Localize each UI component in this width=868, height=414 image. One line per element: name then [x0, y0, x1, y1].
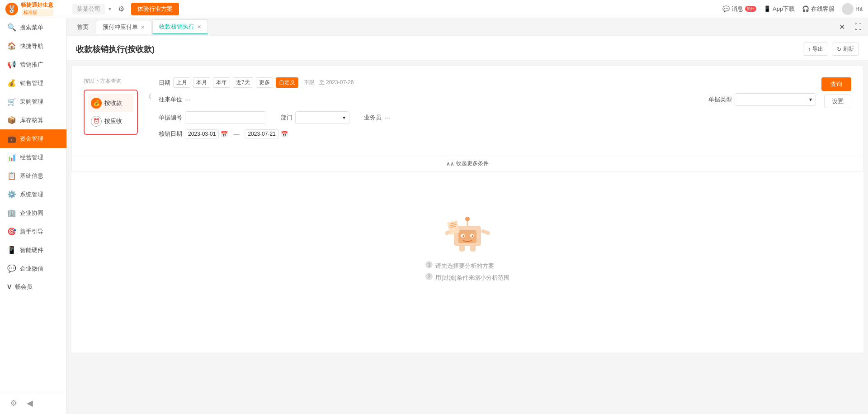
vip-icon: V	[7, 283, 11, 290]
sidebar-item-search-menu[interactable]: 🔍 搜索菜单	[0, 18, 66, 37]
svg-point-4	[462, 235, 464, 237]
sidebar-item-inventory[interactable]: 📦 库存核算	[0, 111, 66, 129]
sidebar-item-label: 新手引导	[20, 228, 43, 236]
sidebar-item-system[interactable]: ⚙️ 系统管理	[0, 185, 66, 204]
sidebar-item-newbie[interactable]: 🎯 新手引导	[0, 222, 66, 241]
sidebar-item-vip[interactable]: V 畅会员	[0, 278, 66, 296]
date-this-month-btn[interactable]: 本月	[193, 77, 210, 88]
sidebar-item-basic-info[interactable]: 📋 基础信息	[0, 167, 66, 185]
filter-container: 按以下方案查询 💰 按收款 ⏰ 按应收 《	[71, 65, 863, 171]
sidebar-item-marketing[interactable]: 📢 营销推广	[0, 55, 66, 74]
date-7days-btn[interactable]: 近7天	[233, 77, 253, 88]
sidebar-item-sales[interactable]: 💰 销售管理	[0, 74, 66, 92]
sidebar-item-label: 营销推广	[20, 61, 43, 69]
sidebar-item-smart-hw[interactable]: 📱 智能硬件	[0, 241, 66, 259]
empty-state: 1 请先选择要分析的方案 2 用[过滤]条件来缩小分析范围	[71, 171, 863, 320]
sidebar-item-label: 基础信息	[20, 172, 43, 180]
app-download-btn[interactable]: 📱 App下载	[764, 5, 795, 13]
date-this-year-btn[interactable]: 本年	[213, 77, 230, 88]
search-icon: 🔍	[7, 23, 16, 32]
filter-option-by-receipt[interactable]: 💰 按收款	[88, 94, 133, 112]
date-range-field: 不限 至 2023-07-26	[304, 79, 356, 86]
query-button[interactable]: 查询	[821, 77, 851, 91]
sidebar-item-wechat[interactable]: 💬 企业微信	[0, 259, 66, 278]
sidebar-item-label: 系统管理	[20, 190, 43, 199]
empty-svg	[440, 208, 495, 253]
tab-expand-btn[interactable]: ⛶	[852, 21, 864, 33]
sidebar-item-purchase[interactable]: 🛒 采购管理	[0, 92, 66, 111]
newbie-icon: 🎯	[7, 227, 16, 236]
collapse-more-btn[interactable]: ∧∧ 收起更多条件	[72, 156, 863, 171]
calendar-start-icon[interactable]: 📅	[221, 131, 228, 138]
filter-fields: 日期 上月 本月 本年 近7天 更多 自定义	[159, 77, 816, 144]
settings-icon[interactable]: ⚙	[115, 3, 127, 15]
sidebar-settings-btn[interactable]: ⚙	[7, 397, 20, 409]
verify-date-end: 2023-07-21 📅	[245, 129, 288, 138]
sidebar-item-label: 采购管理	[20, 98, 43, 106]
sidebar-collapse-btn[interactable]: ◀	[24, 397, 36, 409]
collapse-icon: ∧∧	[446, 161, 454, 167]
tab-close-prepay[interactable]: ✕	[141, 24, 145, 30]
filter-sidebar-title: 按以下方案查询	[84, 77, 138, 85]
filter-collapse-btn[interactable]: 《	[143, 91, 153, 103]
date-label: 日期	[159, 79, 170, 87]
sidebar-item-label: 企业微信	[20, 265, 43, 273]
svg-point-11	[465, 217, 470, 221]
message-btn[interactable]: 💬 消息 99+	[722, 5, 756, 13]
bill-no-field: 单据编号	[159, 111, 266, 124]
export-button[interactable]: ↑ 导出	[803, 43, 828, 56]
online-service-btn[interactable]: 🎧 在线客服	[802, 5, 835, 13]
svg-rect-8	[459, 245, 465, 252]
counterpart-dots[interactable]: ···	[185, 95, 190, 105]
date-last-month-btn[interactable]: 上月	[173, 77, 190, 88]
capital-icon: 💼	[7, 134, 16, 143]
wechat-icon: 💬	[7, 264, 16, 273]
verify-date-row: 核销日期 2023-03-01 📅 — 2023-07-21 📅	[159, 129, 816, 138]
date-custom-btn[interactable]: 自定义	[276, 77, 298, 88]
dept-field: 部门 ▾	[281, 111, 349, 124]
tab-home[interactable]: 首页	[71, 20, 95, 34]
sidebar-item-quick-nav[interactable]: 🏠 快捷导航	[0, 37, 66, 55]
user-area[interactable]: Rit	[842, 3, 863, 15]
calendar-end-icon[interactable]: 📅	[281, 131, 288, 138]
solution-button[interactable]: 体验行业方案	[131, 3, 179, 15]
billno-row: 单据编号 部门 ▾ 业务员	[159, 111, 816, 124]
sidebar-item-label: 畅会员	[15, 283, 33, 291]
bill-type-label: 单据类型	[708, 95, 732, 104]
page-actions: ↑ 导出 ↻ 刷新	[803, 43, 859, 56]
counterpart-row: 往来单位 ··· 单据类型 ▾	[159, 93, 816, 106]
bill-no-input[interactable]	[185, 111, 266, 124]
avatar	[842, 3, 854, 15]
tab-close-receipt[interactable]: ✕	[197, 24, 201, 30]
headset-icon: 🎧	[802, 5, 809, 12]
top-bar-middle: 某某公司 ▾ ⚙ 体验行业方案	[72, 3, 722, 15]
chevron-down-icon[interactable]: ▾	[108, 6, 111, 12]
tab-prepay[interactable]: 预付冲应付单 ✕	[96, 20, 151, 34]
sidebar-item-operation[interactable]: 📊 经营管理	[0, 148, 66, 167]
tab-bar: 首页 预付冲应付单 ✕ 收款核销执行 ✕ ✕ ⛶	[67, 18, 868, 36]
refresh-button[interactable]: ↻ 刷新	[832, 43, 859, 56]
sidebar-bottom: ⚙ ◀	[0, 392, 66, 414]
operation-icon: 📊	[7, 153, 16, 162]
dept-select[interactable]: ▾	[295, 111, 349, 124]
staff-dots[interactable]: ···	[384, 113, 390, 123]
sidebar-item-capital[interactable]: 💼 资金管理	[0, 129, 66, 148]
by-receipt-icon: 💰	[91, 98, 102, 109]
sidebar-item-label: 快捷导航	[20, 42, 43, 50]
date-more-btn[interactable]: 更多	[256, 77, 273, 88]
sidebar-item-label: 资金管理	[20, 135, 43, 143]
dept-label: 部门	[281, 114, 292, 122]
empty-tips: 1 请先选择要分析的方案 2 用[过滤]条件来缩小分析范围	[425, 260, 509, 284]
tab-receipt[interactable]: 收款核销执行 ✕	[152, 19, 208, 34]
inventory-icon: 📦	[7, 116, 16, 124]
date-row: 日期 上月 本月 本年 近7天 更多 自定义	[159, 77, 816, 88]
tab-close-all-btn[interactable]: ✕	[835, 21, 848, 33]
marketing-icon: 📢	[7, 60, 16, 69]
date-quick-group: 上月 本月 本年 近7天 更多 自定义	[173, 77, 298, 88]
filter-options-box: 💰 按收款 ⏰ 按应收	[84, 90, 138, 135]
sidebar-item-enterprise[interactable]: 🏢 企业协同	[0, 204, 66, 222]
svg-point-5	[472, 235, 473, 237]
bill-type-select[interactable]: ▾	[735, 93, 816, 106]
filter-option-by-receivable[interactable]: ⏰ 按应收	[88, 112, 133, 130]
filter-settings-button[interactable]: 设置	[824, 95, 851, 108]
